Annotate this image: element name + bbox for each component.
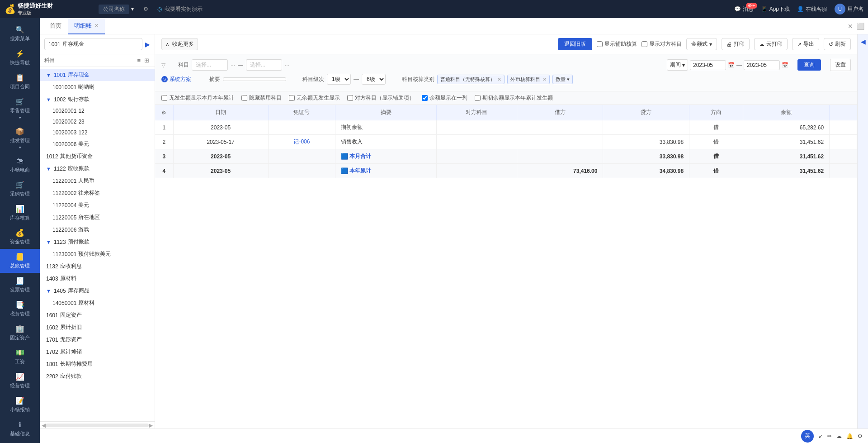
query-btn[interactable]: 查询 — [797, 59, 821, 71]
summary-input[interactable] — [223, 77, 286, 81]
tree-item-1123[interactable]: ▼ 1123 预付账款 — [40, 236, 155, 248]
tab-close-btn[interactable]: ✕ — [94, 23, 99, 29]
tree-item-11220006[interactable]: 11220006 游戏 — [40, 224, 155, 236]
settings-icon[interactable]: ⚙ — [139, 3, 152, 15]
period-end-calendar-icon[interactable]: 📅 — [782, 62, 788, 68]
sidebar-item-expense[interactable]: 📝 小畅报销 — [0, 393, 40, 417]
cb-opening-balance[interactable]: 期初余额显示本年累计发生额 — [475, 94, 553, 102]
cb-no-balance-input[interactable] — [289, 95, 295, 101]
sidebar-item-capital[interactable]: 💰 资金管理 — [0, 225, 40, 249]
cb-opening-balance-input[interactable] — [475, 95, 481, 101]
tag-normal-remove-btn[interactable]: ✕ — [497, 76, 501, 82]
cb-contra-subject[interactable]: 对方科目（显示辅助项） — [347, 94, 415, 102]
subject-level-from-select[interactable]: 1级 2级 — [327, 74, 351, 85]
tab-home[interactable]: 首页 — [43, 18, 68, 34]
tree-item-10020006[interactable]: 10020006 美元 — [40, 138, 155, 150]
maximize-btn[interactable]: ⬜ — [857, 23, 864, 30]
horizontal-scrollbar[interactable] — [46, 424, 149, 427]
tree-item-1403[interactable]: 1403 原材料 — [40, 272, 155, 285]
right-sidebar[interactable]: ◀ — [857, 34, 868, 429]
sidebar-item-purchase[interactable]: 🛒 采购管理 — [0, 177, 40, 201]
sidebar-item-retail[interactable]: 🛒 零售管理 ▾ — [0, 94, 40, 124]
tree-item-2202[interactable]: 2202 应付账款 — [40, 370, 155, 382]
app-download-btn[interactable]: 📱 App下载 — [761, 5, 790, 13]
tag-foreign-remove-btn[interactable]: ✕ — [542, 76, 547, 82]
sidebar-item-project[interactable]: 📋 项目合同 — [0, 70, 40, 94]
collapse-icon[interactable]: ↙ — [818, 433, 823, 439]
sidebar-item-inventory[interactable]: 📊 库存核算 — [0, 201, 40, 225]
expand-more-btn[interactable]: ∧ 收起更多 — [161, 38, 198, 50]
edit-icon[interactable]: ✏ — [827, 433, 832, 439]
show-aux-input[interactable] — [597, 41, 603, 47]
sidebar-item-ecommerce[interactable]: 🛍 小畅电商 — [0, 153, 40, 177]
tree-item-11220001[interactable]: 11220001 人民币 — [40, 175, 155, 187]
tree-item-1132[interactable]: 1132 应收利息 — [40, 260, 155, 272]
refresh-btn[interactable]: ↺ 刷新 — [824, 38, 851, 50]
settings-icon-bottom[interactable]: ⚙ — [858, 433, 863, 439]
company-dropdown[interactable]: 公司名称 ▾ — [99, 5, 134, 14]
close-all-btn[interactable]: ✕ — [848, 23, 853, 30]
demo-link[interactable]: ◎ 我要看实例演示 — [157, 5, 203, 13]
scroll-right-btn[interactable]: ▶ — [149, 422, 153, 429]
tree-item-10020003[interactable]: 10020003 122 — [40, 127, 155, 138]
sidebar-item-tax[interactable]: 📑 税务管理 — [0, 297, 40, 321]
account-selector[interactable]: 1001 库存现金 — [44, 38, 142, 50]
lang-circle-btn[interactable]: 英 — [801, 430, 814, 443]
period-start-calendar-icon[interactable]: 📅 — [728, 62, 735, 68]
user-menu[interactable]: U 用户名 — [835, 4, 863, 14]
show-contra-input[interactable] — [642, 41, 647, 47]
period-type-select[interactable]: 期间 ▾ — [667, 59, 688, 71]
query-settings-btn[interactable]: 设置 — [830, 59, 851, 71]
account-arrow-icon[interactable]: ▶ — [145, 41, 150, 48]
tree-item-1801[interactable]: 1801 长期待摊费用 — [40, 358, 155, 370]
voucher-link[interactable]: 记-006 — [293, 138, 310, 145]
tree-item-11220002[interactable]: 11220002 往来标签 — [40, 187, 155, 199]
tree-item-11220005[interactable]: 11220005 所在地区 — [40, 211, 155, 224]
tag-quantity[interactable]: 数量 ▾ — [552, 75, 573, 84]
tree-item-1702[interactable]: 1702 累计摊销 — [40, 346, 155, 358]
cb-no-debit-input[interactable] — [161, 95, 167, 101]
amount-format-btn[interactable]: 金额式 ▾ — [686, 38, 717, 50]
subject-from-input[interactable]: 选择... — [192, 59, 228, 71]
tree-item-1701[interactable]: 1701 无形资产 — [40, 333, 155, 346]
sidebar-item-fixed-assets[interactable]: 🏢 固定资产 — [0, 321, 40, 345]
print-btn[interactable]: 🖨 打印 — [722, 38, 750, 50]
sidebar-item-ledger[interactable]: 📒 总账管理 — [0, 249, 40, 273]
cb-hide-disabled[interactable]: 隐藏禁用科目 — [241, 94, 282, 102]
tree-item-11230001[interactable]: 11230001 预付账款美元 — [40, 248, 155, 260]
tree-item-1122[interactable]: ▼ 1122 应收账款 — [40, 162, 155, 175]
cb-hide-disabled-input[interactable] — [241, 95, 247, 101]
tab-detail-ledger[interactable]: 明细账 ✕ — [68, 18, 105, 34]
tree-item-10020001[interactable]: 10020001 12 — [40, 105, 155, 116]
show-aux-checkbox[interactable]: 显示辅助核算 — [597, 40, 637, 48]
export-btn[interactable]: ↗ 导出 — [792, 38, 819, 50]
cb-contra-subject-input[interactable] — [347, 95, 353, 101]
tree-item-10010001[interactable]: 10010001 哟哟哟 — [40, 81, 155, 93]
tree-item-1601[interactable]: 1601 固定资产 — [40, 309, 155, 321]
tree-item-14050001[interactable]: 14050001 原材料 — [40, 297, 155, 309]
cb-balance-col-input[interactable] — [422, 95, 428, 101]
subject-level-to-select[interactable]: 6级 5级 — [362, 74, 386, 85]
cb-no-debit[interactable]: 无发生额显示本月本年累计 — [161, 94, 234, 102]
tree-item-10020002[interactable]: 10020002 23 — [40, 116, 155, 127]
system-scheme-btn[interactable]: S 系统方案 — [161, 76, 191, 83]
sidebar-item-basic-info[interactable]: ℹ 基础信息 — [0, 417, 40, 441]
message-btn[interactable]: 💬 消息 99+ — [734, 5, 754, 13]
tree-item-1405[interactable]: ▼ 1405 库存商品 — [40, 285, 155, 297]
cloud-icon[interactable]: ☁ — [836, 433, 842, 439]
tree-item-1012[interactable]: 1012 其他货币资金 — [40, 150, 155, 162]
tree-item-1602[interactable]: 1602 累计折旧 — [40, 321, 155, 333]
tree-item-1001[interactable]: ▼ 1001 库存现金 — [40, 69, 155, 81]
tree-item-11220004[interactable]: 11220004 美元 — [40, 199, 155, 211]
subject-to-input[interactable]: 选择... — [246, 59, 282, 71]
sidebar-item-payroll[interactable]: 💵 工资 — [0, 345, 40, 369]
period-end-input[interactable]: 2023-05 — [744, 60, 780, 70]
cb-no-balance[interactable]: 无余额无发生显示 — [289, 94, 340, 102]
expand-all-btn[interactable]: ⊞ — [143, 56, 150, 65]
cb-balance-col[interactable]: 余额显示在一列 — [422, 94, 467, 102]
list-view-btn[interactable]: ≡ — [136, 56, 142, 65]
sidebar-item-operations[interactable]: 📈 经营管理 — [0, 369, 40, 393]
online-service-btn[interactable]: 👤 在线客服 — [797, 5, 827, 13]
sidebar-item-system[interactable]: ⚙ 系统管理 — [0, 441, 40, 443]
sidebar-item-wholesale[interactable]: 📦 批发管理 ▾ — [0, 124, 40, 153]
